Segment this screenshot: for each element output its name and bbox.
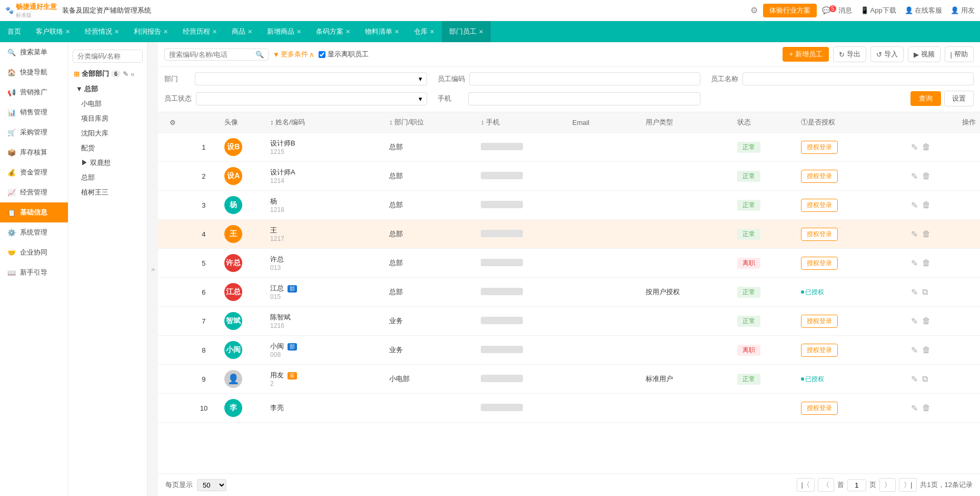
edit-icon[interactable]: ✎ [911,345,918,355]
edit-icon[interactable]: ✎ [911,171,918,181]
help-button[interactable]: | 帮助 [945,46,974,62]
dept-item-shuanglu[interactable]: ▶ 双鹿想 [68,155,147,170]
dept-select[interactable]: ▾ [195,72,427,85]
edit-icon[interactable]: ✎ [911,142,918,152]
dept-item-shenyang[interactable]: 沈阳大库 [68,126,147,141]
search-icon[interactable]: 🔍 [255,51,264,59]
prev-page-button[interactable]: 〈 [818,478,834,492]
tab-history[interactable]: 经营历程 ✕ [175,21,224,42]
copy-icon[interactable]: ⧉ [922,374,928,384]
sidebar-item-search[interactable]: 🔍 搜索菜单 [0,42,68,62]
delete-icon[interactable]: 🗑 [922,171,930,181]
edit-icon[interactable]: ✎ [911,258,918,268]
delete-icon[interactable]: 🗑 [922,258,930,268]
first-page-button[interactable]: |〈 [797,478,815,492]
add-employee-button[interactable]: + 新增员工 [783,47,828,62]
next-page-button[interactable]: 〉 [879,478,896,492]
dept-item-peihuo[interactable]: 配货 [68,141,147,155]
sidebar-item-guide[interactable]: 📖 新手引导 [0,262,68,283]
gear-icon[interactable]: ⚙ [750,5,758,15]
tab-operation[interactable]: 经营情况 ✕ [77,21,126,42]
emp-status-select[interactable]: ▾ [196,92,427,105]
authorize-button[interactable]: 授权登录 [801,141,838,154]
trial-button[interactable]: 体验行业方案 [763,4,817,17]
sidebar-item-sales[interactable]: 📊 销售管理 [0,102,68,122]
col-settings[interactable]: ⚙ [158,112,187,133]
sidebar-item-management[interactable]: 📈 经营管理 [0,182,68,202]
sidebar-item-purchase[interactable]: 🛒 采购管理 [0,122,68,142]
tab-barcode[interactable]: 条码方案 ✕ [309,21,358,42]
sidebar-item-inventory[interactable]: 📦 库存核算 [0,142,68,162]
col-dept-header[interactable]: ↕ 部门/职位 [385,112,477,133]
authorize-button[interactable]: 授权登录 [801,402,838,415]
sidebar-item-basic[interactable]: 📋 基础信息 [0,202,68,222]
edit-icon[interactable]: ✎ [911,374,918,384]
tab-warehouse[interactable]: 仓库 ✕ [407,21,442,42]
close-icon[interactable]: ✕ [114,28,119,35]
authorize-button[interactable]: 授权登录 [801,228,838,241]
close-icon[interactable]: ✕ [65,28,70,35]
close-icon[interactable]: ✕ [212,28,217,35]
search-input[interactable] [169,51,253,59]
show-resigned-checkbox[interactable]: 显示离职员工 [319,50,369,59]
user-avatar[interactable]: 👤 用友 [951,6,975,15]
delete-icon[interactable]: 🗑 [922,345,930,355]
search-button[interactable]: 查询 [910,91,941,106]
dept-item-xiangmuku[interactable]: 项目库房 [68,111,147,126]
dept-item-zongbu2[interactable]: 总部 [68,170,147,185]
page-input[interactable] [847,479,866,491]
tab-add-goods[interactable]: 新增商品 ✕ [260,21,309,42]
last-page-button[interactable]: 〉| [899,478,917,492]
emp-name-input[interactable] [743,72,974,85]
more-conditions[interactable]: ▼ 更多条件 ∧ [273,50,314,59]
view-button[interactable]: ▶ 视频 [908,46,941,62]
authorize-button[interactable]: 授权登录 [801,344,838,357]
close-icon[interactable]: ✕ [296,28,301,35]
sidebar-item-nav[interactable]: 🏠 快捷导航 [0,62,68,82]
search-box[interactable]: 🔍 [164,48,269,61]
delete-icon[interactable]: 🗑 [922,403,930,413]
sidebar-item-finance[interactable]: 💰 资金管理 [0,162,68,182]
tab-bom[interactable]: 物料清单 ✕ [358,21,407,42]
close-icon[interactable]: ✕ [394,28,399,35]
delete-icon[interactable]: 🗑 [922,200,930,210]
delete-icon[interactable]: 🗑 [922,316,930,326]
close-icon[interactable]: ✕ [163,28,168,35]
col-name-header[interactable]: ↕ 姓名/编码 [266,112,385,133]
copy-icon[interactable]: ⧉ [922,287,928,297]
collapse-icon[interactable]: « [131,70,134,78]
per-page-select[interactable]: 50 100 200 [197,479,226,491]
tab-employee[interactable]: 部门员工 ✕ [442,21,491,42]
edit-icon[interactable]: ✎ [123,70,128,78]
edit-icon[interactable]: ✎ [911,229,918,239]
delete-icon[interactable]: 🗑 [922,229,930,239]
authorize-button[interactable]: 授权登录 [801,315,838,328]
online-service[interactable]: 👤 在线客服 [905,6,943,15]
tree-header[interactable]: ⊞ 全部部门 6 ✎ « [68,66,147,82]
sidebar-item-system[interactable]: ⚙️ 系统管理 [0,222,68,242]
close-icon[interactable]: ✕ [345,28,350,35]
edit-icon[interactable]: ✎ [911,403,918,413]
dept-item-zhishu[interactable]: 植树王三 [68,185,147,200]
phone-input[interactable] [468,92,700,105]
edit-icon[interactable]: ✎ [911,316,918,326]
close-icon[interactable]: ✕ [248,28,252,35]
delete-icon[interactable]: 🗑 [922,142,930,152]
tab-home[interactable]: 首页 [0,21,28,42]
dept-item-zongbu[interactable]: ▼ 总部 [68,82,147,96]
tab-goods[interactable]: 商品 ✕ [224,21,260,42]
resigned-check[interactable] [319,51,325,58]
tab-customer[interactable]: 客户联络 ✕ [28,21,77,42]
reset-button[interactable]: 设置 [944,91,974,106]
tab-profit[interactable]: 利润报告 ✕ [126,21,175,42]
sidebar-item-collab[interactable]: 🤝 企业协同 [0,242,68,262]
app-download[interactable]: 📱 App下载 [860,6,896,15]
import-button[interactable]: ↺ 导入 [870,46,904,62]
tree-collapse-btn[interactable]: » [147,42,158,496]
message-icon[interactable]: 💬 5 消息 [822,6,852,15]
dept-search-input[interactable] [73,50,143,63]
edit-icon[interactable]: ✎ [911,287,918,297]
sidebar-item-marketing[interactable]: 📢 营销推广 [0,82,68,102]
authorize-button[interactable]: 授权登录 [801,170,838,183]
authorize-button[interactable]: 授权登录 [801,199,838,212]
